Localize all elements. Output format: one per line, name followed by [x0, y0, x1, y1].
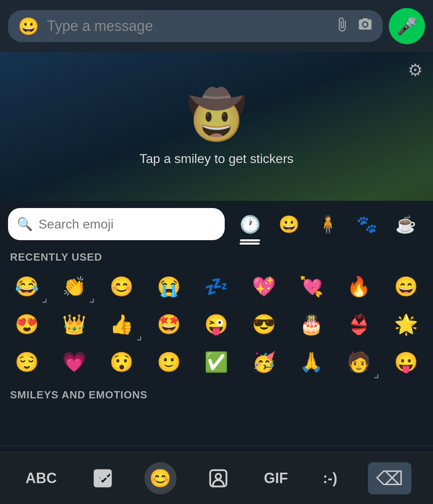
- emoji-tabs: 🕐 😀 🧍 🐾 ☕: [231, 211, 425, 237]
- emoji-birthday-cake[interactable]: 🎂: [289, 306, 334, 343]
- sticker-mascot[interactable]: 🤠: [187, 87, 247, 143]
- sticker-hint-text: Tap a smiley to get stickers: [139, 151, 293, 166]
- emoji-smiling[interactable]: 😊: [99, 269, 144, 305]
- tab-smileys[interactable]: 😀: [272, 211, 305, 237]
- memoji-icon: [207, 467, 229, 489]
- emoji-crying[interactable]: 😭: [146, 269, 192, 305]
- emoji-star-struck[interactable]: 🤩: [146, 306, 192, 343]
- keyboard-bar: ABC 😊 GIF :-) ⌫: [0, 452, 433, 504]
- emoji-pink-heart[interactable]: 💗: [51, 344, 97, 380]
- settings-button[interactable]: ⚙: [408, 60, 423, 80]
- message-input-wrapper: 😀 Type a message: [8, 10, 383, 42]
- emoji-laughing-tears[interactable]: 😂: [4, 269, 50, 305]
- separator-line: [0, 445, 433, 446]
- emoji-person[interactable]: 🧑: [336, 344, 382, 380]
- message-bar: 😀 Type a message 🎤: [0, 0, 433, 52]
- emoji-keyboard-icon: 😊: [149, 468, 171, 489]
- svg-point-3: [215, 473, 221, 479]
- mic-button[interactable]: 🎤: [389, 8, 425, 44]
- text-emoticon-button[interactable]: :-): [319, 466, 342, 491]
- gear-icon: ⚙: [408, 61, 423, 80]
- memoji-button[interactable]: [203, 463, 233, 493]
- emoji-toggle-button[interactable]: 😀: [18, 16, 39, 36]
- emoji-heart-arrow[interactable]: 💘: [289, 269, 334, 305]
- emoji-party-face[interactable]: 🥳: [241, 344, 287, 380]
- message-placeholder: Type a message: [47, 18, 326, 35]
- delete-button[interactable]: ⌫: [368, 462, 411, 494]
- sticker-icon: [92, 467, 114, 489]
- emoji-relieved[interactable]: 😌: [4, 344, 50, 380]
- smiley-tab-icon: 😀: [279, 214, 299, 234]
- svg-point-1: [98, 474, 101, 477]
- emoji-praying[interactable]: 🙏: [289, 344, 334, 380]
- text-emoticon-label: :-): [323, 470, 337, 487]
- delete-icon: ⌫: [376, 467, 403, 490]
- emoji-crown[interactable]: 👑: [51, 306, 97, 343]
- emoji-hushed[interactable]: 😯: [99, 344, 144, 380]
- gif-button[interactable]: GIF: [260, 466, 292, 491]
- tab-people[interactable]: 🧍: [311, 211, 344, 237]
- food-tab-icon: ☕: [395, 214, 416, 234]
- gif-label: GIF: [264, 470, 288, 487]
- recently-used-label: RECENTLY USED: [0, 245, 433, 267]
- emoji-heart-eyes[interactable]: 😍: [4, 306, 50, 343]
- tab-recent[interactable]: 🕐: [234, 211, 266, 237]
- emoji-clapping[interactable]: 👏: [51, 269, 97, 305]
- emoji-grinning[interactable]: 😄: [383, 269, 429, 305]
- emoji-grid-recent: 😂 👏 😊 😭 💤 💖 💘 🔥 😄 😍 👑 👍 🤩 😜 😎 🎂 👙 🌟 😌 💗 …: [0, 267, 433, 382]
- attachment-icon[interactable]: [334, 17, 350, 36]
- emoji-slightly-smiling[interactable]: 🙂: [146, 344, 192, 380]
- search-input[interactable]: [39, 217, 216, 232]
- emoji-winking-tongue[interactable]: 😜: [193, 306, 239, 343]
- search-icon: 🔍: [17, 216, 33, 232]
- abc-button[interactable]: ABC: [22, 466, 61, 491]
- sticker-button[interactable]: [88, 463, 118, 493]
- search-box: 🔍: [8, 208, 225, 240]
- emoji-zzz[interactable]: 💤: [193, 269, 239, 305]
- people-tab-icon: 🧍: [317, 214, 338, 234]
- smileys-section-label: SMILEYS AND EMOTIONS: [0, 382, 433, 404]
- tab-food[interactable]: ☕: [389, 211, 422, 237]
- tab-animals[interactable]: 🐾: [350, 211, 383, 237]
- camera-icon[interactable]: [358, 17, 373, 36]
- emoji-sunglasses[interactable]: 😎: [241, 306, 287, 343]
- emoji-keyboard-button[interactable]: 😊: [144, 462, 177, 494]
- abc-label: ABC: [26, 470, 57, 487]
- emoji-sun[interactable]: 🌟: [383, 306, 429, 343]
- sticker-area: ⚙ 🤠 Tap a smiley to get stickers: [0, 52, 433, 201]
- emoji-check-mark[interactable]: ✅: [193, 344, 239, 380]
- emoji-bikini[interactable]: 👙: [336, 306, 382, 343]
- emoji-sparkle-heart[interactable]: 💖: [241, 269, 287, 305]
- recent-tab-icon: 🕐: [240, 214, 260, 234]
- mic-icon: 🎤: [396, 16, 417, 36]
- emoji-thumbsup[interactable]: 👍: [99, 306, 144, 343]
- search-tabs-row: 🔍 🕐 😀 🧍 🐾 ☕: [0, 201, 433, 240]
- animals-tab-icon: 🐾: [356, 214, 377, 234]
- emoji-tongue[interactable]: 😛: [383, 344, 429, 380]
- emoji-fire[interactable]: 🔥: [336, 269, 382, 305]
